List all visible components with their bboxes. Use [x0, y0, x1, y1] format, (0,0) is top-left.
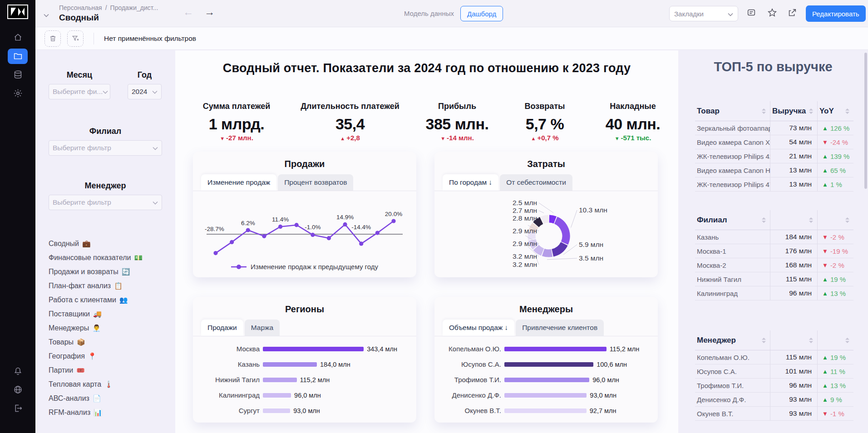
row-name: Зеркальный фотоаппар... [695, 124, 770, 132]
comments-icon[interactable] [746, 8, 757, 19]
bar-category-label: Трофимов Т.И. [445, 376, 504, 384]
row-yoy: ▲13 % [817, 379, 853, 392]
star-icon[interactable] [767, 8, 778, 19]
sort-header-0-1[interactable]: Выручка [770, 101, 817, 121]
sidebar-item-11[interactable]: АВС-анализ📄 [49, 391, 175, 405]
row-name: Москва-2 [695, 261, 770, 269]
sidebar-item-4[interactable]: Работа с клиентами👥 [49, 293, 175, 307]
rail-gear-icon[interactable] [0, 84, 35, 103]
bar-row-2: Нижний Тагил115,2 млн [204, 376, 405, 384]
sort-header-2-0[interactable]: Менеджер [695, 330, 770, 350]
edit-button[interactable]: Редактировать [806, 5, 866, 22]
tab-0-0[interactable]: Изменение продаж [201, 174, 276, 191]
bar-segment[interactable] [263, 362, 317, 367]
bar-segment[interactable] [504, 393, 587, 398]
row-name: Копельман О.Ю. [695, 354, 770, 361]
bar-segment[interactable] [263, 347, 364, 351]
bar-value-label: 184,0 млн [320, 361, 350, 368]
sort-header-1-0[interactable]: Филиал [695, 210, 770, 230]
scrollbar-thumb[interactable] [864, 53, 867, 189]
sidebar-item-10[interactable]: Тепловая карта🌡️ [49, 377, 175, 391]
svg-text:5.9 млн: 5.9 млн [579, 241, 603, 248]
app-logo[interactable] [7, 5, 28, 19]
sidebar-item-8[interactable]: География📍 [49, 349, 175, 363]
sort-header-2-1[interactable] [770, 330, 817, 350]
bar-segment[interactable] [504, 408, 587, 413]
svg-text:2.9 млн: 2.9 млн [513, 240, 537, 247]
rail-database-icon[interactable] [0, 65, 35, 84]
bar-value-label: 96,0 млн [592, 376, 619, 384]
row-value: 73 млн [770, 121, 817, 135]
bar-segment[interactable] [504, 347, 607, 351]
bookmarks-select[interactable]: Закладки [669, 6, 738, 21]
data-model-link[interactable]: Модель данных [404, 10, 454, 17]
table-row: Нижний Тагил115 млн▲19 % [695, 272, 853, 286]
rail-globe-icon[interactable] [0, 380, 35, 399]
sidebar-item-6[interactable]: Менеджеры👨‍💼 [49, 321, 175, 335]
bar-segment[interactable] [504, 362, 593, 367]
year-filter-label: Год [128, 70, 162, 80]
sort-header-1-1[interactable] [770, 210, 817, 230]
month-filter-select[interactable]: Выберите фи... [49, 84, 110, 99]
sidebar-item-label: Продажи и возвраты [49, 268, 118, 276]
table-row: ЖК-телевизор Philips 42...21 млн▲139 % [695, 149, 853, 163]
sidebar-item-1[interactable]: Финансовые показатели💵 [49, 251, 175, 265]
share-icon[interactable] [787, 8, 798, 19]
table-row: Зеркальный фотоаппар...73 млн▲126 % [695, 121, 853, 135]
tab-3-0[interactable]: Объемы продаж ↓ [443, 320, 514, 336]
bar-segment[interactable] [263, 378, 297, 382]
tab-2-0[interactable]: Продажи [201, 320, 243, 336]
tab-3-1[interactable]: Привлечение клиентов [516, 320, 604, 336]
bar-row-0: Копельман О.Ю.115,2 млн [445, 345, 647, 353]
sort-header-1-2[interactable] [817, 210, 853, 230]
sidebar-item-emoji-icon: 🎟️ [76, 366, 85, 374]
bar-category-label: Денисенко Д.Ф. [445, 391, 504, 399]
rail-bell-icon[interactable] [0, 362, 35, 380]
top5-table-2: МенеджерКопельман О.Ю.115 млн▲19 %Юсупов… [695, 330, 853, 421]
manager-filter-select[interactable]: Выберите фильтр [49, 195, 162, 210]
tab-0-1[interactable]: Процент возвратов [278, 174, 353, 191]
year-filter-select[interactable]: 2024 [128, 84, 162, 99]
dashboard-button[interactable]: Дашборд [460, 6, 503, 21]
history-back-button[interactable]: ← [183, 6, 193, 18]
sidebar-item-12[interactable]: RFM-анализ📊 [49, 405, 175, 419]
rail-logout-icon[interactable] [0, 399, 35, 418]
row-name: Нижний Тагил [695, 276, 770, 283]
clear-filters-trash-button[interactable] [44, 30, 61, 47]
sidebar-item-0[interactable]: Сводный💼 [49, 236, 175, 251]
bar-segment[interactable] [263, 408, 290, 413]
tab-1-1[interactable]: От себестоимости [500, 174, 572, 191]
reset-filters-button[interactable] [67, 30, 84, 47]
chevron-down-icon [153, 198, 158, 207]
rail-home-icon[interactable] [0, 28, 35, 47]
branch-filter-select[interactable]: Выберите фильтр [49, 140, 162, 156]
kpi-0: Сумма платежей1 млрд.▼-27 млн. [203, 102, 271, 142]
history-forward-button[interactable]: → [204, 6, 215, 18]
bar-segment[interactable] [263, 393, 291, 398]
tab-1-0[interactable]: По городам ↓ [443, 174, 498, 191]
sidebar-item-label: Поставщики [49, 310, 90, 318]
table-header-row: ТоварВыручкаYoY [695, 101, 853, 121]
sort-header-0-0[interactable]: Товар [695, 101, 770, 121]
tab-2-1[interactable]: Маржа [245, 320, 280, 336]
bar-segment[interactable] [504, 378, 589, 382]
scrollbar[interactable] [864, 53, 867, 429]
sidebar-item-label: Работа с клиентами [49, 296, 116, 304]
collapse-chevron-icon[interactable] [44, 11, 49, 19]
sidebar-item-2[interactable]: Продажи и возвраты🔄 [49, 265, 175, 279]
managers-card: Менеджеры Объемы продаж ↓Привлечение кли… [434, 297, 658, 423]
row-value: 54 млн [770, 135, 817, 149]
sort-header-2-2[interactable] [817, 330, 853, 350]
sidebar-item-3[interactable]: План-факт анализ📋 [49, 279, 175, 293]
sidebar-item-5[interactable]: Поставщики🚚 [49, 307, 175, 321]
row-name: Видео камера Canon XL... [695, 138, 770, 146]
breadcrumb-current[interactable]: Продажи_дист... [110, 4, 158, 11]
bar-row-4: Сургут93,0 млн [204, 407, 405, 414]
sort-header-0-2[interactable]: YoY [817, 101, 853, 121]
kpi-label: Прибыль [426, 102, 489, 111]
bar-row-1: Юсупов С.А.100,6 млн [445, 360, 647, 368]
sidebar-item-9[interactable]: Партии🎟️ [49, 363, 175, 377]
breadcrumb-root[interactable]: Персональная [59, 4, 102, 11]
sidebar-item-7[interactable]: Товары📦 [49, 335, 175, 349]
rail-folder-icon[interactable] [0, 47, 35, 65]
